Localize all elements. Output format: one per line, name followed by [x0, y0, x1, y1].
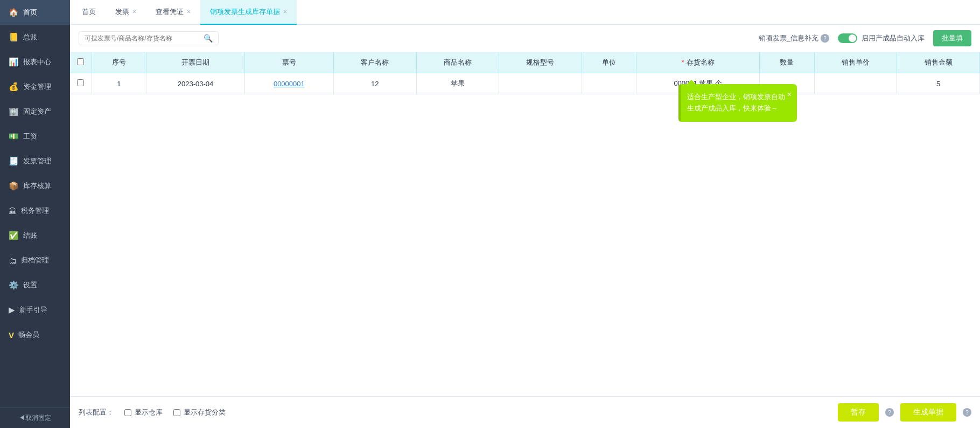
sidebar-item-home[interactable]: 🏠 首页 — [0, 0, 70, 25]
batch-fill-button[interactable]: 批量填 — [933, 30, 971, 46]
row-price — [814, 73, 897, 94]
sidebar-item-guide[interactable]: ▶ 新手引导 — [0, 298, 70, 322]
header-unit: 单位 — [582, 52, 636, 73]
select-all-checkbox[interactable] — [77, 58, 84, 65]
cancel-fixed-button[interactable]: ◀取消固定 — [0, 408, 70, 428]
show-warehouse-checkbox[interactable] — [124, 409, 131, 416]
tab-invoice[interactable]: 发票 × — [106, 0, 146, 25]
toolbar: 🔍 销项发票_信息补充 ? 启用产成品自动入库 批量填 — [70, 25, 980, 52]
row-date: 2023-03-04 — [146, 73, 245, 94]
footer-config-label: 列表配置： — [79, 408, 114, 417]
header-seq: 序号 — [92, 52, 146, 73]
tab-voucher-close[interactable]: × — [187, 8, 191, 16]
reports-icon: 📊 — [9, 57, 19, 67]
sidebar-item-assets[interactable]: 🏢 固定资产 — [0, 99, 70, 124]
footer: 列表配置： 显示仓库 显示存货分类 暂存 ? 生成单据 ? — [70, 396, 980, 428]
toggle-wrap: 启用产成品自动入库 — [838, 33, 925, 43]
header-customer: 客户名称 — [333, 52, 416, 73]
sidebar-item-ledger[interactable]: 📒 总账 — [0, 25, 70, 50]
row-spec — [499, 73, 582, 94]
row-checkbox[interactable] — [77, 79, 84, 86]
toolbar-right: 销项发票_信息补充 ? 启用产成品自动入库 批量填 — [759, 30, 971, 46]
sidebar-item-archive[interactable]: 🗂 归档管理 — [0, 248, 70, 273]
info-label: 销项发票_信息补充 ? — [759, 33, 829, 43]
header-ticket-no: 票号 — [244, 52, 333, 73]
header-spec: 规格型号 — [499, 52, 582, 73]
tab-xiaohuo-close[interactable]: × — [283, 8, 287, 16]
header-price: 销售单价 — [814, 52, 897, 73]
table-header: 序号 开票日期 票号 客户名称 商品名称 规格型号 单位 * 存货名称 数量 销… — [70, 52, 980, 73]
footer-actions: 暂存 ? 生成单据 ? — [838, 403, 971, 422]
settings-icon: ⚙️ — [9, 280, 19, 290]
tooltip-close-button[interactable]: × — [787, 88, 792, 100]
row-customer: 12 — [333, 73, 416, 94]
row-product: 苹果 — [416, 73, 499, 94]
tab-invoice-close[interactable]: × — [132, 8, 136, 16]
vip-icon: V — [9, 330, 14, 340]
table-row: 1 2023-03-04 00000001 12 苹果 000001 苹果 个 … — [70, 73, 980, 94]
generate-help-icon[interactable]: ? — [963, 408, 971, 417]
table-wrap: 序号 开票日期 票号 客户名称 商品名称 规格型号 单位 * 存货名称 数量 销… — [70, 52, 980, 396]
generate-button[interactable]: 生成单据 — [900, 403, 956, 422]
header-inventory: * 存货名称 — [636, 52, 760, 73]
save-help-icon[interactable]: ? — [885, 408, 894, 417]
show-warehouse-wrap: 显示仓库 — [124, 408, 163, 417]
home-icon: 🏠 — [9, 8, 19, 17]
sidebar-item-settings[interactable]: ⚙️ 设置 — [0, 273, 70, 298]
ledger-icon: 📒 — [9, 32, 19, 42]
content-area: 🔍 销项发票_信息补充 ? 启用产成品自动入库 批量填 — [70, 25, 980, 428]
row-seq: 1 — [92, 73, 146, 94]
auto-inbound-toggle[interactable] — [838, 33, 857, 43]
save-button[interactable]: 暂存 — [838, 403, 879, 422]
show-category-wrap: 显示存货分类 — [173, 408, 226, 417]
row-ticket-no[interactable]: 00000001 — [244, 73, 333, 94]
sidebar-item-inventory[interactable]: 📦 库存核算 — [0, 174, 70, 198]
sidebar-item-reports[interactable]: 📊 报表中心 — [0, 50, 70, 74]
show-category-label: 显示存货分类 — [184, 408, 226, 417]
header-qty: 数量 — [760, 52, 815, 73]
row-unit — [582, 73, 636, 94]
data-table: 序号 开票日期 票号 客户名称 商品名称 规格型号 单位 * 存货名称 数量 销… — [70, 52, 980, 94]
tooltip-bar — [678, 84, 681, 122]
sidebar: 🏠 首页 📒 总账 📊 报表中心 💰 资金管理 🏢 固定资产 💵 工资 🧾 发票… — [0, 0, 70, 428]
archive-icon: 🗂 — [9, 256, 17, 265]
header-date: 开票日期 — [146, 52, 245, 73]
invoice-icon: 🧾 — [9, 156, 19, 166]
sidebar-item-funds[interactable]: 💰 资金管理 — [0, 74, 70, 99]
show-warehouse-label: 显示仓库 — [135, 408, 163, 417]
settle-icon: ✅ — [9, 231, 19, 240]
search-input[interactable] — [85, 34, 200, 42]
inventory-icon: 📦 — [9, 181, 19, 191]
sidebar-item-tax[interactable]: 🏛 税务管理 — [0, 198, 70, 223]
header-amount: 销售金额 — [897, 52, 980, 73]
tab-home[interactable]: 首页 — [72, 0, 106, 25]
header-product: 商品名称 — [416, 52, 499, 73]
tab-xiaohuo[interactable]: 销项发票生成库存单据 × — [200, 0, 297, 25]
sidebar-item-settle[interactable]: ✅ 结账 — [0, 223, 70, 248]
tooltip-popup: × 适合生产型企业，销项发票自动生成产成品入库，快来体验～ — [678, 84, 797, 122]
info-help-icon[interactable]: ? — [821, 34, 829, 43]
ticket-link[interactable]: 00000001 — [274, 80, 305, 88]
search-box[interactable]: 🔍 — [79, 31, 219, 45]
guide-icon: ▶ — [9, 305, 15, 315]
sidebar-item-invoice[interactable]: 🧾 发票管理 — [0, 149, 70, 174]
row-amount: 5 — [897, 73, 980, 94]
tab-voucher[interactable]: 查看凭证 × — [146, 0, 200, 25]
header-checkbox-cell — [70, 52, 92, 73]
row-checkbox-cell — [70, 73, 92, 94]
funds-icon: 💰 — [9, 82, 19, 92]
main-area: 首页 发票 × 查看凭证 × 销项发票生成库存单据 × 🔍 销项发票_信息补充 — [70, 0, 980, 428]
search-icon: 🔍 — [204, 34, 213, 43]
sidebar-item-payroll[interactable]: 💵 工资 — [0, 124, 70, 149]
assets-icon: 🏢 — [9, 107, 19, 116]
tab-bar: 首页 发票 × 查看凭证 × 销项发票生成库存单据 × — [70, 0, 980, 25]
payroll-icon: 💵 — [9, 132, 19, 141]
show-category-checkbox[interactable] — [173, 409, 180, 416]
sidebar-item-vip[interactable]: V 畅会员 — [0, 322, 70, 347]
tax-icon: 🏛 — [9, 206, 17, 216]
